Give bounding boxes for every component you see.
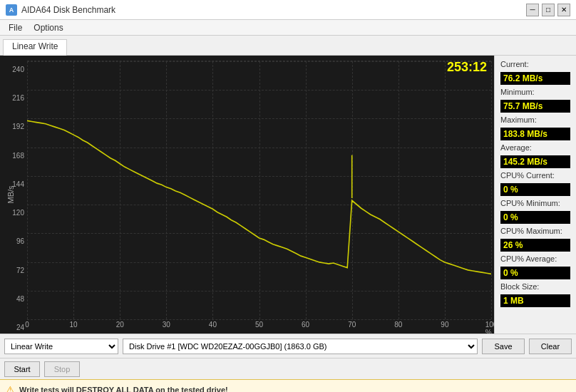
- chart-line: [27, 61, 491, 319]
- x-tick-40: 40: [209, 319, 217, 329]
- window-title: AIDA64 Disk Benchmark: [21, 5, 115, 15]
- minimum-value: 75.7 MB/s: [500, 100, 570, 113]
- x-tick-0: 0: [25, 319, 29, 329]
- cpu-current-label: CPU% Current:: [500, 171, 570, 180]
- menu-file[interactable]: File: [3, 22, 28, 33]
- y-tick-96: 96: [16, 237, 27, 245]
- x-tick-70: 70: [348, 319, 356, 329]
- save-button[interactable]: Save: [482, 339, 525, 354]
- y-tick-168: 168: [12, 151, 27, 159]
- x-tick-50: 50: [255, 319, 263, 329]
- start-button[interactable]: Start: [4, 361, 40, 377]
- current-label: Current:: [500, 60, 570, 68]
- average-value: 145.2 MB/s: [500, 155, 570, 168]
- stats-panel: Current: 76.2 MB/s Minimum: 75.7 MB/s Ma…: [494, 56, 576, 334]
- drive-dropdown[interactable]: Disk Drive #1 [WDC WD20EZAZ-00GGJB0] (18…: [123, 339, 478, 354]
- test-type-dropdown[interactable]: Linear Write: [4, 339, 118, 354]
- x-tick-10: 10: [70, 319, 78, 329]
- y-tick-240: 240: [12, 66, 27, 73]
- tab-bar: Linear Write: [0, 36, 576, 56]
- window-controls[interactable]: ─ □ ✕: [526, 4, 570, 16]
- y-axis-label: MB/s: [6, 185, 15, 203]
- warning-icon: ⚠: [6, 384, 15, 393]
- warning-text: Write tests will DESTROY ALL DATA on the…: [19, 386, 228, 393]
- clear-button[interactable]: Clear: [529, 339, 572, 354]
- chart-inner: 240 216 192 168 144 120 96 72 48 24: [27, 61, 491, 319]
- app-icon: A: [6, 4, 17, 16]
- x-tick-20: 20: [116, 319, 124, 329]
- average-label: Average:: [500, 143, 570, 152]
- warning-bar: ⚠ Write tests will DESTROY ALL DATA on t…: [0, 379, 576, 392]
- bottom-controls: Linear Write Disk Drive #1 [WDC WD20EZAZ…: [0, 334, 576, 358]
- maximize-button[interactable]: □: [542, 4, 555, 16]
- x-tick-60: 60: [302, 319, 309, 329]
- cpu-min-label: CPU% Minimum:: [500, 199, 570, 207]
- chart-area: 253:12 MB/s 240 216 192 168 144 120: [0, 56, 494, 334]
- x-tick-100: 100 %: [485, 319, 494, 334]
- y-tick-48: 48: [16, 294, 27, 302]
- x-tick-80: 80: [394, 319, 402, 329]
- menu-options[interactable]: Options: [28, 22, 68, 33]
- current-value: 76.2 MB/s: [500, 72, 570, 85]
- cpu-min-value: 0 %: [500, 211, 570, 224]
- cpu-current-value: 0 %: [500, 183, 570, 196]
- start-stop-controls: Start Stop: [0, 358, 576, 379]
- cpu-max-label: CPU% Maximum:: [500, 227, 570, 235]
- y-tick-216: 216: [12, 94, 27, 102]
- y-tick-192: 192: [12, 123, 27, 130]
- cpu-avg-value: 0 %: [500, 267, 570, 279]
- x-tick-90: 90: [441, 319, 448, 329]
- maximum-value: 183.8 MB/s: [500, 128, 570, 140]
- chart-timer: 253:12: [447, 60, 487, 75]
- stop-button[interactable]: Stop: [44, 361, 80, 377]
- tab-linear-write[interactable]: Linear Write: [3, 39, 67, 56]
- menu-bar: File Options: [0, 20, 576, 36]
- block-size-label: Block Size:: [500, 282, 570, 291]
- y-tick-72: 72: [16, 266, 27, 274]
- minimum-label: Minimum:: [500, 88, 570, 96]
- block-size-value: 1 MB: [500, 294, 570, 307]
- minimize-button[interactable]: ─: [526, 4, 539, 16]
- cpu-max-value: 26 %: [500, 239, 570, 252]
- y-tick-120: 120: [12, 209, 27, 217]
- grid-v-10: [491, 61, 492, 319]
- main-content: 253:12 MB/s 240 216 192 168 144 120: [0, 56, 576, 334]
- title-bar: A AIDA64 Disk Benchmark ─ □ ✕: [0, 0, 576, 20]
- close-button[interactable]: ✕: [557, 4, 570, 16]
- cpu-avg-label: CPU% Average:: [500, 254, 570, 263]
- maximum-label: Maximum:: [500, 115, 570, 124]
- x-tick-30: 30: [163, 319, 170, 329]
